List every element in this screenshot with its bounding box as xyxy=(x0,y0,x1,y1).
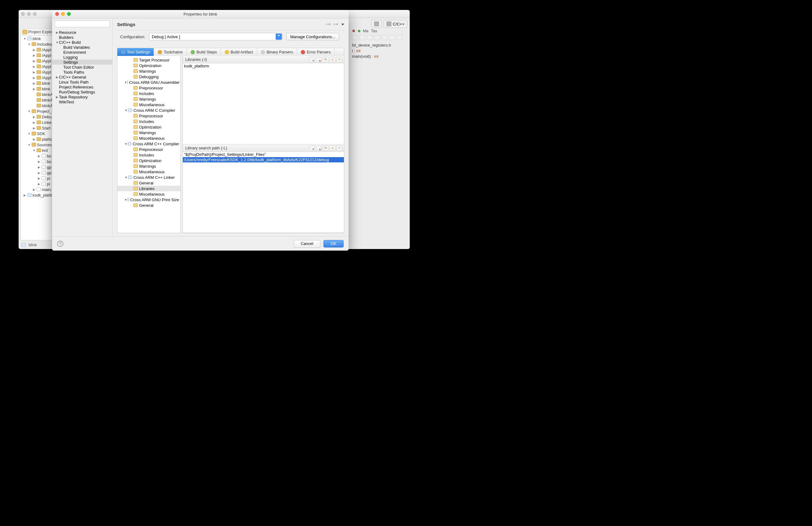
tool-tree-item[interactable]: Miscellaneous xyxy=(117,191,180,197)
tool-settings-tree[interactable]: Target ProcessorOptimizationWarningsDebu… xyxy=(117,56,180,233)
paths-movedown-button[interactable] xyxy=(336,145,342,151)
tool-tree-item[interactable]: Preprocessor xyxy=(117,113,180,118)
outline-item[interactable]: main(void) : int xyxy=(352,54,408,59)
page-heading: Settings xyxy=(117,22,135,27)
nav-item[interactable]: ▶C/C++ General xyxy=(52,74,112,80)
tool-tree-item[interactable]: ▼Cross ARM GNU Print Size xyxy=(117,197,180,202)
outline-tab-tasks[interactable]: Tas xyxy=(371,29,377,33)
tool-tree-item[interactable]: Warnings xyxy=(117,163,180,169)
tool-tree-item[interactable]: Warnings xyxy=(117,96,180,102)
tool-tree-item[interactable]: Debugging xyxy=(117,74,180,80)
nav-item[interactable]: Build Variables xyxy=(52,45,112,50)
nav-item[interactable]: WikiText xyxy=(52,99,112,104)
nav-forward-button[interactable]: ⇨▾ xyxy=(332,22,339,27)
tool-tree-item[interactable]: Preprocessor xyxy=(117,146,180,152)
folder-icon xyxy=(37,53,41,57)
library-entry[interactable]: ksdk_platform xyxy=(183,63,344,69)
configuration-select[interactable]: Debug [ Active ] xyxy=(149,33,282,40)
outline-item[interactable]: i : int xyxy=(352,48,408,54)
settings-tab[interactable]: Build Artifact xyxy=(221,48,257,56)
nav-item[interactable]: Project References xyxy=(52,84,112,89)
tool-tree-item[interactable]: Warnings xyxy=(117,68,180,74)
tool-tree-item[interactable]: ▼Cross ARM C++ Linker xyxy=(117,174,180,180)
help-button[interactable]: ? xyxy=(57,241,63,247)
libraries-edit-button[interactable] xyxy=(323,57,329,62)
outline-tool-1[interactable] xyxy=(352,35,358,40)
tool-tree-item[interactable]: ▼Cross ARM GNU Assembler xyxy=(117,80,180,85)
settings-tab[interactable]: Build Steps xyxy=(187,48,221,56)
file-icon xyxy=(42,165,46,169)
nav-item[interactable]: Settings xyxy=(52,60,112,65)
nav-item[interactable]: Logging xyxy=(52,55,112,60)
perspective-cpp[interactable]: C/C++ xyxy=(383,20,407,28)
nav-filter-input[interactable] xyxy=(55,20,110,27)
dialog-zoom-icon[interactable] xyxy=(67,12,71,16)
paths-delete-button[interactable] xyxy=(316,145,322,151)
paths-edit-button[interactable] xyxy=(323,145,329,151)
paths-add-button[interactable] xyxy=(309,145,315,151)
libraries-delete-button[interactable] xyxy=(316,57,322,62)
tool-group-icon xyxy=(127,198,129,201)
manage-configurations-button[interactable]: Manage Configurations... xyxy=(286,33,339,40)
cancel-button[interactable]: Cancel xyxy=(294,240,320,247)
nav-item[interactable]: Linux Tools Path xyxy=(52,80,112,84)
nav-item[interactable]: ▶Resource xyxy=(52,30,112,35)
tool-tree-item[interactable]: Optimization xyxy=(117,63,180,68)
ok-button[interactable]: OK xyxy=(323,240,344,247)
outline-item[interactable]: fsl_device_registers.h xyxy=(352,43,408,48)
outline-tool-7[interactable] xyxy=(397,35,402,40)
nav-item[interactable]: ▼C/C++ Build xyxy=(52,40,112,45)
nav-item[interactable]: Environment xyxy=(52,50,112,55)
tool-tree-item[interactable]: ▼Cross ARM C++ Compiler xyxy=(117,141,180,146)
nav-item[interactable]: Run/Debug Settings xyxy=(52,89,112,95)
outline-tool-4[interactable] xyxy=(374,35,380,40)
tool-tree-item[interactable]: Includes xyxy=(117,91,180,96)
libraries-movedown-button[interactable] xyxy=(336,57,342,62)
tool-tree-item[interactable]: Optimization xyxy=(117,124,180,130)
outline-tool-2[interactable] xyxy=(360,35,365,40)
tool-tree-item[interactable]: Miscellaneous xyxy=(117,169,180,174)
close-icon[interactable] xyxy=(21,12,25,16)
tool-tree-item[interactable]: Target Processor xyxy=(117,57,180,63)
library-path-entry[interactable]: /Users/nreilly/Freescale/KSDK_1.2.0/lib/… xyxy=(183,157,344,162)
nav-item[interactable]: Builders xyxy=(52,35,112,40)
tool-tree-item[interactable]: Miscellaneous xyxy=(117,102,180,108)
outline-tab-make[interactable]: Ma xyxy=(363,29,368,33)
project-explorer-tab[interactable]: Project Explor xyxy=(20,29,57,35)
settings-tab[interactable]: Toolchains xyxy=(154,48,187,56)
tool-tree-item[interactable]: General xyxy=(117,202,180,208)
open-perspective-button[interactable] xyxy=(371,20,382,28)
libraries-moveup-button[interactable] xyxy=(330,57,335,62)
settings-tab[interactable]: Error Parsers xyxy=(297,48,335,56)
settings-tab[interactable]: Tool Settings xyxy=(117,48,154,56)
tool-tree-item[interactable]: General xyxy=(117,180,180,186)
paths-moveup-button[interactable] xyxy=(330,145,335,151)
page-menu-icon[interactable] xyxy=(341,24,344,26)
libraries-add-button[interactable] xyxy=(309,57,315,62)
close-icon[interactable]: ✖ xyxy=(352,29,356,33)
libraries-list[interactable]: ksdk_platform xyxy=(183,63,344,144)
library-path-entry[interactable]: "${ProjDirPath}/Project_Settings/Linker_… xyxy=(183,152,344,157)
tool-tree-item[interactable]: Warnings xyxy=(117,130,180,136)
outline-tool-3[interactable] xyxy=(367,35,373,40)
nav-item[interactable]: Tool Chain Editor xyxy=(52,65,112,70)
tool-tree-item[interactable]: Includes xyxy=(117,118,180,124)
outline-tool-5[interactable] xyxy=(382,35,387,40)
library-paths-list[interactable]: "${ProjDirPath}/Project_Settings/Linker_… xyxy=(183,152,344,233)
properties-nav-tree[interactable]: ▶ResourceBuilders▼C/C++ BuildBuild Varia… xyxy=(52,29,112,236)
tool-tree-item[interactable]: Optimization xyxy=(117,158,180,163)
nav-back-button[interactable]: ⇦▾ xyxy=(325,22,331,27)
nav-item[interactable]: Tools Paths xyxy=(52,70,112,74)
outline-tool-6[interactable] xyxy=(389,35,395,40)
settings-tab[interactable]: Binary Parsers xyxy=(257,48,297,56)
tool-tree-item[interactable]: ▼Cross ARM C Compiler xyxy=(117,108,180,113)
nav-item[interactable]: ▶Task Repository xyxy=(52,95,112,99)
tool-tree-item[interactable]: Libraries xyxy=(117,186,180,191)
minimize-icon[interactable] xyxy=(27,12,31,16)
tool-tree-item[interactable]: Preprocessor xyxy=(117,85,180,91)
zoom-icon[interactable] xyxy=(33,12,37,16)
tool-tree-item[interactable]: Includes xyxy=(117,152,180,158)
dialog-minimize-icon[interactable] xyxy=(61,12,65,16)
tool-tree-item[interactable]: Miscellaneous xyxy=(117,136,180,141)
dialog-close-icon[interactable] xyxy=(55,12,59,16)
